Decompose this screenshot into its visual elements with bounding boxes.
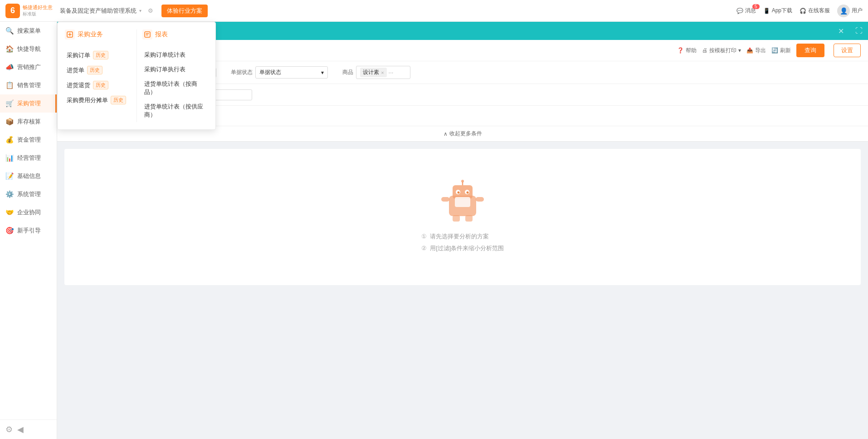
hint-2-text: ② 用[过滤]条件来缩小分析范围 xyxy=(421,242,504,254)
tab-maximize-btn[interactable]: ⛶ xyxy=(850,22,868,40)
dropdown-columns: 采购业务 采购订单 历史 进货单 历史 进货退货 历史 采购费用分摊单 历史 xyxy=(65,30,208,122)
sidebar-item-system[interactable]: ⚙️ 系统管理 xyxy=(0,185,57,203)
sidebar-item-enterprise[interactable]: 🤝 企业协同 xyxy=(0,203,57,222)
dropdown-item-purchase-order[interactable]: 采购订单 历史 xyxy=(65,48,131,63)
print-dropdown-icon: ▾ xyxy=(738,47,741,54)
notifications-button[interactable]: 💬 消息 5 xyxy=(736,7,756,15)
collapse-chevron-icon: ∧ xyxy=(444,131,448,137)
sidebar-label-capital: 资金管理 xyxy=(17,136,41,144)
online-service-button[interactable]: 🎧 在线客服 xyxy=(800,7,830,15)
sidebar-item-operations[interactable]: 📊 经营管理 xyxy=(0,149,57,167)
logo-text-block: 畅捷通好生意 标准版 xyxy=(23,4,53,17)
print-label: 按模板打印 xyxy=(709,47,736,54)
sidebar-item-inventory[interactable]: 📦 库存核算 xyxy=(0,113,57,131)
industry-button[interactable]: 体验行业方案 xyxy=(161,5,208,17)
goods-ellipsis: ··· xyxy=(389,69,394,76)
print-template-button[interactable]: 🖨 按模板打印 ▾ xyxy=(702,47,741,54)
help-button[interactable]: ❓ 帮助 xyxy=(677,47,697,54)
empty-illustration xyxy=(435,180,490,225)
sidebar-label-marketing: 营销推广 xyxy=(17,63,41,71)
report-col-icon xyxy=(142,30,152,39)
sidebar-collapse-btn[interactable]: ◀ xyxy=(17,424,24,434)
sidebar-label-sales: 销售管理 xyxy=(17,81,41,89)
capital-icon: 💰 xyxy=(5,136,14,144)
purchase-col-title: 采购业务 xyxy=(65,30,131,42)
dropdown-item-goods-stat-by-product[interactable]: 进货单统计表（按商品） xyxy=(142,77,209,99)
sidebar-item-quick-nav[interactable]: 🏠 快捷导航 xyxy=(0,40,57,58)
export-button[interactable]: 📤 导出 xyxy=(746,47,766,54)
svg-point-5 xyxy=(467,192,469,194)
refresh-button[interactable]: 🔄 刷新 xyxy=(771,47,791,54)
dropdown-arrow-icon[interactable]: ▾ xyxy=(139,8,141,13)
purchase-order-exec-label: 采购订单执行表 xyxy=(144,65,185,74)
logo-area: 6 畅捷通好生意 标准版 xyxy=(5,4,55,18)
status-filter-group: 单据状态 单据状态 ▾ xyxy=(231,66,328,79)
user-name: 用户 xyxy=(852,7,863,15)
sidebar-label-enterprise: 企业协同 xyxy=(17,208,41,217)
notification-badge: 5 xyxy=(752,4,760,9)
settings-icon[interactable]: ⚙ xyxy=(144,5,157,17)
report-col-title-text: 报表 xyxy=(155,30,168,39)
tab-right-buttons: ✕ ⛶ xyxy=(832,22,868,40)
sidebar-bottom: ⚙ ◀ xyxy=(0,419,57,439)
purchase-order-history[interactable]: 历史 xyxy=(93,51,108,59)
hint-2-content: 用[过滤]条件来缩小分析范围 xyxy=(430,245,504,252)
enterprise-icon: 🤝 xyxy=(5,208,14,217)
query-button[interactable]: 查询 xyxy=(796,44,824,57)
dropdown-item-goods-stat-by-supplier[interactable]: 进货单统计表（按供应商） xyxy=(142,99,209,122)
app-download-button[interactable]: 📱 App下载 xyxy=(763,7,792,15)
sidebar-item-sales[interactable]: 📋 销售管理 xyxy=(0,76,57,94)
purchase-col-title-text: 采购业务 xyxy=(78,30,103,39)
top-right-area: 💬 消息 5 📱 App下载 🎧 在线客服 👤 用户 xyxy=(736,5,863,17)
dropdown-item-purchase-order-stat[interactable]: 采购订单统计表 xyxy=(142,48,209,62)
tab-close-btn[interactable]: ✕ xyxy=(832,22,850,40)
svg-rect-9 xyxy=(441,197,449,202)
hint-1-text: ① 请先选择要分析的方案 xyxy=(421,231,504,242)
newcomer-icon: 🎯 xyxy=(5,227,14,235)
user-menu-button[interactable]: 👤 用户 xyxy=(837,5,863,17)
dropdown-item-goods-receipt[interactable]: 进货单 历史 xyxy=(65,63,131,78)
svg-rect-14 xyxy=(145,32,150,37)
svg-rect-11 xyxy=(453,215,460,222)
export-icon: 📤 xyxy=(746,47,753,54)
purchase-business-col: 采购业务 采购订单 历史 进货单 历史 进货退货 历史 采购费用分摊单 历史 xyxy=(65,30,131,122)
sidebar-label-search: 搜索菜单 xyxy=(17,27,41,35)
goods-filter-label: 商品 xyxy=(342,69,353,76)
online-service-label: 在线客服 xyxy=(808,7,830,15)
collapse-label: 收起更多条件 xyxy=(449,130,482,138)
sidebar-item-capital[interactable]: 💰 资金管理 xyxy=(0,131,57,149)
system-title-wrap: 装备及固定资产辅助管理系统 ▾ ⚙ xyxy=(60,5,157,17)
goods-receipt-history[interactable]: 历史 xyxy=(87,66,102,74)
print-icon: 🖨 xyxy=(702,47,707,54)
status-dropdown-icon: ▾ xyxy=(321,69,324,76)
settings-button[interactable]: 设置 xyxy=(834,44,861,57)
sidebar-item-newcomer[interactable]: 🎯 新手引导 xyxy=(0,222,57,240)
refresh-label: 刷新 xyxy=(780,47,791,54)
dropdown-item-purchase-order-exec[interactable]: 采购订单执行表 xyxy=(142,62,209,77)
goods-tag-close[interactable]: × xyxy=(381,70,384,75)
status-filter-label: 单据状态 xyxy=(231,69,253,76)
inventory-icon: 📦 xyxy=(5,118,14,126)
sidebar-label-basic-info: 基础信息 xyxy=(17,172,41,180)
goods-stat-by-supplier-label: 进货单统计表（按供应商） xyxy=(144,103,207,119)
goods-filter-input[interactable]: 设计素 × ··· xyxy=(356,66,410,79)
sidebar-item-marketing[interactable]: 📣 营销推广 xyxy=(0,58,57,76)
purchase-expense-history[interactable]: 历史 xyxy=(111,96,126,104)
dropdown-item-purchase-expense[interactable]: 采购费用分摊单 历史 xyxy=(65,93,131,108)
dropdown-item-goods-return[interactable]: 进货退货 历史 xyxy=(65,78,131,93)
sidebar-label-operations: 经营管理 xyxy=(17,154,41,162)
svg-rect-6 xyxy=(455,197,470,207)
sidebar-item-search[interactable]: 🔍 搜索菜单 xyxy=(0,22,57,40)
sidebar-item-purchase[interactable]: 🛒 采购管理 xyxy=(0,94,57,113)
logo-char: 6 xyxy=(10,6,15,15)
purchase-dropdown-menu: 采购业务 采购订单 历史 进货单 历史 进货退货 历史 采购费用分摊单 历史 xyxy=(57,22,216,130)
purchase-order-label: 采购订单 xyxy=(67,51,90,59)
collapse-btn[interactable]: ∧ 收起更多条件 xyxy=(444,130,482,138)
empty-hint-1: ① 请先选择要分析的方案 ② 用[过滤]条件来缩小分析范围 xyxy=(421,231,504,254)
sidebar-label-quick-nav: 快捷导航 xyxy=(17,45,41,53)
export-label: 导出 xyxy=(755,47,766,54)
status-filter-select[interactable]: 单据状态 ▾ xyxy=(255,66,328,79)
goods-return-history[interactable]: 历史 xyxy=(93,81,108,89)
sidebar-item-basic-info[interactable]: 📝 基础信息 xyxy=(0,167,57,185)
sidebar-settings-btn[interactable]: ⚙ xyxy=(5,424,13,434)
